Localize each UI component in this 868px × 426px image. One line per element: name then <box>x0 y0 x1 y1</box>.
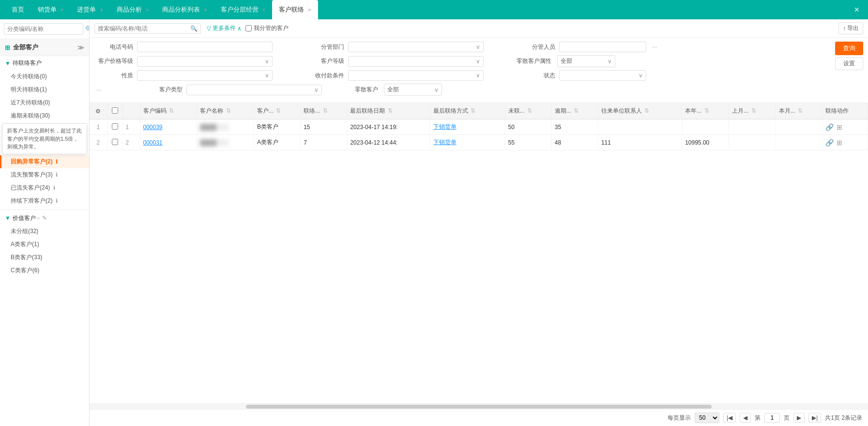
customer-tier-tab-close[interactable]: × <box>262 7 265 13</box>
page-num-input[interactable] <box>764 413 780 423</box>
sidebar-item-ungroup[interactable]: 未分组(32) <box>0 225 89 238</box>
value-customer-header[interactable]: ▼ 价值客户 ○ ✎ <box>0 212 89 225</box>
analysis-tab-close[interactable]: × <box>146 7 149 13</box>
retail-attr-select[interactable]: 全部 ∨ <box>557 55 615 67</box>
nav-tab-purchase[interactable]: 进货单 × <box>70 0 109 19</box>
set-button[interactable]: 设置 <box>835 57 863 70</box>
th-name-label: 客户名称 <box>200 107 223 114</box>
sidebar-item-overdue[interactable]: 逾期未联络(30) <box>0 109 89 122</box>
th-this-month[interactable]: 本月... ⇅ <box>776 103 822 119</box>
payment-select[interactable]: ∨ <box>348 70 484 81</box>
price-level-select[interactable]: ∨ <box>137 56 273 67</box>
nav-tab-customer-tier[interactable]: 客户分层经营 × <box>214 0 272 19</box>
nav-tab-analysis-list[interactable]: 商品分析列表 × <box>155 0 213 19</box>
tooltip-box: 距客户上次交易时长，超过了此客户的平均交易周期的1.5倍，则视为异常。 <box>2 123 87 154</box>
horizontal-scrollbar[interactable] <box>90 403 868 409</box>
pending-arrow-icon: ▼ <box>5 60 11 67</box>
customer-type-select[interactable]: ∨ <box>186 85 322 95</box>
th-contact[interactable]: 联络... ⇅ <box>301 103 347 119</box>
sidebar-item-today[interactable]: 今天待联络(0) <box>0 70 89 83</box>
sidebar-item-a-class[interactable]: A类客户(1) <box>0 238 89 251</box>
search-box: 🔍 <box>94 23 201 34</box>
row2-grid-icon[interactable]: ⊞ <box>837 139 842 147</box>
row2-last-method[interactable]: 下销货单 <box>430 135 505 150</box>
row2-code[interactable]: 000031 <box>140 135 197 150</box>
phone-input[interactable] <box>137 42 273 52</box>
sidebar-item-tomorrow[interactable]: 明天待联络(1) <box>0 83 89 96</box>
row1-last-method[interactable]: 下销货单 <box>430 119 505 135</box>
gender-select[interactable]: ∨ <box>137 70 273 81</box>
nav-tab-home[interactable]: 首页 <box>5 0 31 19</box>
row1-checkbox[interactable] <box>112 123 118 130</box>
nav-tab-analysis[interactable]: 商品分析 × <box>110 0 155 19</box>
sidebar-item-lost[interactable]: 已流失客户(24) ℹ <box>0 181 89 194</box>
all-customers-header[interactable]: ⊞ 全部客户 ≫ <box>0 39 89 56</box>
select-all-checkbox[interactable] <box>112 107 118 114</box>
next-page-btn[interactable]: ▶ <box>793 413 805 423</box>
retail-customer-select[interactable]: 全部 ∨ <box>384 84 442 96</box>
th-last-month[interactable]: 上月... ⇅ <box>729 103 776 119</box>
customer-contact-tab-close[interactable]: × <box>308 7 311 13</box>
sidebar-item-decline[interactable]: 持续下滑客户(2) ℹ <box>0 194 89 207</box>
row1-overdue: 35 <box>551 119 598 135</box>
th-no-contact[interactable]: 未联... ⇅ <box>505 103 551 119</box>
th-last-contact-date[interactable]: 最后联络日期 ⇅ <box>347 103 430 119</box>
nav-tab-customer-contact[interactable]: 客户联络 × <box>272 0 318 19</box>
dept-select[interactable]: ∨ <box>348 42 484 52</box>
th-company-contact[interactable]: 往来单位联系人 ⇅ <box>598 103 682 119</box>
purchase-tab-close[interactable]: × <box>100 7 103 13</box>
th-type[interactable]: 客户... ⇅ <box>254 103 301 119</box>
sidebar-item-7days[interactable]: 近7天待联络(0) <box>0 96 89 109</box>
sales-tab-close[interactable]: × <box>61 7 63 13</box>
th-action-label: 联络动作 <box>825 107 849 114</box>
row2-action-cell: 🔗 ⊞ <box>822 135 868 150</box>
close-all-button[interactable]: × <box>850 5 863 15</box>
search-icon[interactable]: 🔍 <box>190 25 198 32</box>
row1-code[interactable]: 000039 <box>140 119 197 135</box>
dept-select-arrow-icon: ∨ <box>476 44 480 50</box>
sidebar-item-lost-pre[interactable]: 流失预警客户(3) ℹ <box>0 168 89 181</box>
manager-input[interactable] <box>559 42 646 52</box>
last-page-btn[interactable]: ▶| <box>808 413 821 423</box>
gender-arrow-icon: ∨ <box>265 72 269 79</box>
my-customer-checkbox[interactable] <box>245 25 252 31</box>
status-arrow-icon: ∨ <box>639 72 643 79</box>
sidebar-item-repurchase-abnormal[interactable]: 回购异常客户(2) ℹ <box>0 155 89 168</box>
nav-tab-sales[interactable]: 销货单 × <box>31 0 70 19</box>
edit-icon[interactable]: ✎ <box>42 215 47 221</box>
customer-level-select[interactable]: ∨ <box>348 56 484 67</box>
scroll-thumb[interactable] <box>246 405 712 409</box>
row1-grid-icon[interactable]: ⊞ <box>837 123 842 131</box>
collapse-icon[interactable]: ≫ <box>77 44 84 51</box>
value-arrow-icon: ▼ <box>5 215 11 221</box>
manager-dotdot[interactable]: ··· <box>652 44 657 50</box>
prev-page-btn[interactable]: ◀ <box>740 413 751 423</box>
per-page-select[interactable]: 50 20 100 <box>695 412 719 423</box>
th-last-contact-method[interactable]: 最后联络方式 ⇅ <box>430 103 505 119</box>
more-conditions-btn[interactable]: ▽ 更多条件 ∧ <box>207 24 242 32</box>
th-overdue[interactable]: 逾期... ⇅ <box>551 103 598 119</box>
sidebar-search-icon[interactable]: 🔍 <box>85 26 90 32</box>
query-button[interactable]: 查询 <box>835 42 863 55</box>
search-input[interactable] <box>98 25 188 32</box>
row1-link-icon[interactable]: 🔗 <box>825 123 834 131</box>
analysis-list-tab-close[interactable]: × <box>204 7 207 13</box>
row4-dotdot[interactable]: ··· <box>96 87 101 93</box>
dept-label: 分管部门 <box>305 43 344 51</box>
row2-checkbox[interactable] <box>112 139 118 145</box>
th-this-year[interactable]: 本年... ⇅ <box>682 103 729 119</box>
row2-last-date: 2023-04-12 14:44: <box>347 135 430 150</box>
status-select[interactable]: ∨ <box>559 70 646 81</box>
pending-contact-group[interactable]: ▼ 待联络客户 <box>0 56 89 70</box>
ungroup-label: 未分组(32) <box>11 228 38 235</box>
first-page-btn[interactable]: |◀ <box>723 413 736 423</box>
th-name[interactable]: 客户名称 ⇅ <box>197 103 254 119</box>
row2-link-icon[interactable]: 🔗 <box>825 139 834 147</box>
th-code[interactable]: 客户编码 ⇅ <box>140 103 197 119</box>
sidebar-item-c-class[interactable]: C类客户(6) <box>0 264 89 277</box>
row1-action-icons: 🔗 ⊞ <box>825 123 865 131</box>
sidebar-item-b-class[interactable]: B类客户(33) <box>0 251 89 264</box>
th-settings[interactable]: ⚙ <box>90 103 107 119</box>
export-button[interactable]: ↑ 导出 <box>838 22 863 34</box>
sidebar-search-input[interactable] <box>4 23 83 35</box>
